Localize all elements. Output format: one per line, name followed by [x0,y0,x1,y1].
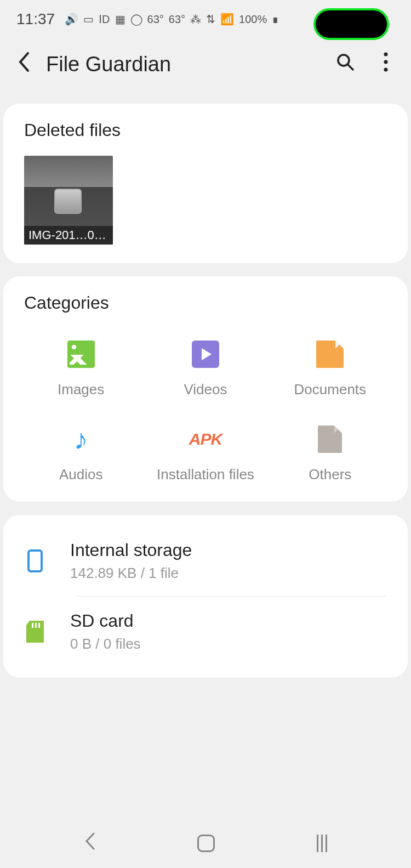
status-bar: 11:37 🔊 ▭ ⅠD ▦ ◯ 63° 63° ⁂ ⇅ 📶 100% ∎ [0,0,411,38]
storage-name: SD card [70,611,141,631]
battery-pct: 100% [239,13,267,26]
category-label: Installation files [157,466,254,483]
category-label: Images [58,381,104,398]
bluetooth-icon: ⁂ [190,13,201,26]
svg-line-1 [348,65,353,70]
category-installation-files[interactable]: APK Installation files [149,426,262,483]
images-icon [67,341,95,368]
deleted-files-title: Deleted files [24,120,387,140]
storage-name: Internal storage [70,540,192,560]
svg-rect-6 [32,623,33,628]
documents-icon [316,341,344,368]
deleted-thumbnails: IMG-201…036.jpg [24,156,387,245]
storage-detail: 142.89 KB / 1 file [70,565,192,582]
svg-rect-7 [35,623,37,628]
category-label: Audios [59,466,103,483]
category-images[interactable]: Images [24,341,138,398]
category-label: Others [309,466,351,483]
back-button[interactable] [16,51,31,78]
status-time: 11:37 [16,10,55,28]
nav-back-button[interactable] [84,832,96,855]
apk-icon: APK [192,426,219,453]
signal-icon: 📶 [220,13,234,26]
storage-sdcard[interactable]: SD card 0 B / 0 files [24,597,387,667]
category-videos[interactable]: Videos [149,341,262,398]
svg-rect-8 [38,623,40,628]
sdcard-icon [24,621,46,643]
category-audios[interactable]: ♪ Audios [24,426,138,483]
page-title: File Guardian [46,53,313,76]
app-header: File Guardian [0,38,411,90]
navigation-bar [0,819,411,868]
storage-card: Internal storage 142.89 KB / 1 file SD c… [3,515,408,678]
svg-point-4 [384,68,388,72]
whatsapp-icon: ◯ [130,13,142,26]
phone-icon [24,549,46,572]
svg-point-3 [384,60,388,64]
nav-home-button[interactable] [197,835,215,852]
battery-icon: ∎ [272,13,279,26]
category-label: Videos [184,381,227,398]
categories-title: Categories [24,293,387,313]
storage-internal[interactable]: Internal storage 142.89 KB / 1 file [24,526,387,596]
videos-icon [192,341,219,368]
card-icon: ▭ [83,13,94,26]
category-grid: Images Videos Documents ♪ Audios APK Ins… [24,341,387,483]
storage-detail: 0 B / 0 files [70,636,141,653]
id-icon: ⅠD [99,13,110,26]
volume-icon: 🔊 [65,13,78,26]
audio-icon: ♪ [67,426,95,453]
deleted-file-thumb[interactable]: IMG-201…036.jpg [24,156,113,245]
photo-icon: ▦ [115,13,125,26]
svg-point-2 [384,53,388,56]
others-icon [318,426,342,453]
more-button[interactable] [377,52,395,77]
temp2: 63° [169,13,185,26]
thumb-caption: IMG-201…036.jpg [24,226,113,245]
status-icons: 🔊 ▭ ⅠD ▦ ◯ 63° 63° ⁂ ⇅ 📶 100% ∎ [65,13,279,26]
svg-rect-5 [28,551,42,571]
category-others[interactable]: Others [273,426,387,483]
temp1: 63° [147,13,164,26]
nav-recent-button[interactable] [317,835,327,852]
categories-card: Categories Images Videos Documents ♪ Aud… [3,276,408,502]
data-icon: ⇅ [206,13,215,26]
category-label: Documents [294,381,367,398]
category-documents[interactable]: Documents [273,341,387,398]
search-button[interactable] [329,52,362,77]
front-camera-cutout [313,8,389,40]
deleted-files-card: Deleted files IMG-201…036.jpg [3,104,408,263]
